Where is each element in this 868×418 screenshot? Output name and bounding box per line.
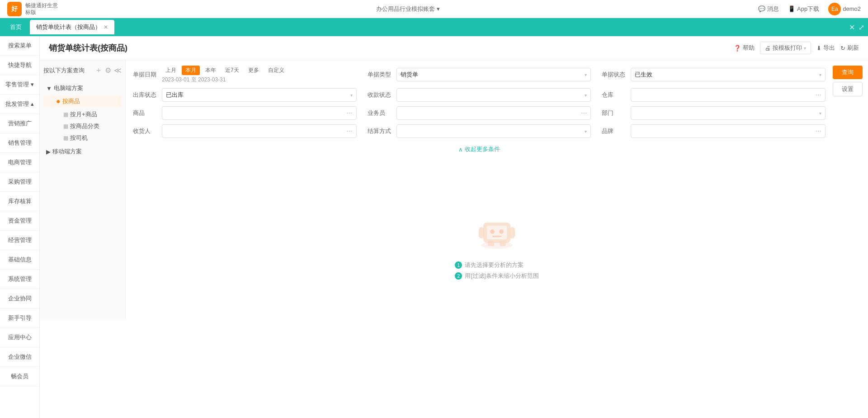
tab-close-icon[interactable]: ✕ (104, 24, 108, 30)
grid-icon-2: ▦ (63, 123, 68, 129)
tree-item-by-goods[interactable]: ● 按商品 (43, 95, 122, 108)
date-btn-this-month[interactable]: 本月 (182, 66, 200, 75)
filter-salesman: 业务员 ··· (368, 106, 591, 120)
tree-item-by-driver[interactable]: ▦ 按司机 (43, 132, 122, 144)
warehouse-dots[interactable]: ··· (816, 91, 821, 99)
step-num-1: 1 (455, 261, 462, 269)
dropdown-icon[interactable]: ▾ (437, 5, 440, 12)
print-dropdown-icon[interactable]: ▾ (804, 46, 806, 51)
sidebar-item-member[interactable]: 畅会员 (0, 367, 39, 386)
sidebar-item-inventory[interactable]: 库存核算 (0, 192, 39, 211)
add-scheme-btn[interactable]: ＋ (95, 66, 102, 75)
brand-control[interactable]: ··· (631, 124, 826, 138)
tree-group-mobile-label[interactable]: ▶ 移动端方案 (43, 146, 122, 157)
sidebar-item-finance[interactable]: 资金管理 (0, 211, 39, 231)
help-icon: ❓ (734, 45, 741, 52)
goods-dots[interactable]: ··· (346, 109, 352, 117)
tab-home[interactable]: 首页 (4, 20, 28, 34)
app-icon: 📱 (788, 5, 795, 12)
filter-area: 单据日期 上月 本月 本年 近7天 更多 自定义 (126, 60, 868, 319)
topbar-left: 好 畅捷通好生意 标版 (7, 2, 58, 16)
user-avatar-btn[interactable]: Ea demo2 (828, 3, 861, 15)
out-status-control[interactable]: 已出库 ▾ (162, 88, 357, 102)
date-btn-custom[interactable]: 自定义 (264, 66, 288, 75)
tab-close-all-btn[interactable]: ✕ (849, 23, 855, 32)
tab-maximize-btn[interactable]: ⤢ (859, 23, 864, 32)
sidebar-item-retail[interactable]: 零售管理 ▾ (0, 75, 39, 95)
sidebar-item-sales[interactable]: 销售管理 (0, 133, 39, 153)
goods-control[interactable]: ··· (162, 106, 357, 120)
sidebar-item-ecommerce[interactable]: 电商管理 (0, 153, 39, 172)
app-download-btn[interactable]: 📱 App下载 (788, 5, 819, 13)
help-btn[interactable]: ❓ 帮助 (734, 44, 755, 52)
sidebar-item-wholesale[interactable]: 批发管理 ▴ (0, 95, 39, 114)
filter-row-4: 收货人 ··· 结算方式 ▾ (133, 124, 826, 138)
filter-recv-status: 收款状态 ▾ (368, 88, 591, 102)
goods-label: 商品 (133, 109, 158, 117)
recv-status-label: 收款状态 (368, 91, 393, 99)
settle-control[interactable]: ▾ (396, 124, 591, 138)
collapse-btn[interactable]: ∧ 收起更多条件 (458, 145, 500, 153)
message-btn[interactable]: 💬 消息 (758, 5, 779, 13)
industry-label: 办公用品行业模拟账套 ▾ (376, 5, 440, 13)
doc-type-label: 单据类型 (368, 71, 393, 79)
filter-warehouse: 仓库 ··· (602, 88, 826, 102)
date-btn-this-year[interactable]: 本年 (202, 66, 220, 75)
tab-stats[interactable]: 销货单统计表（按商品） ✕ (30, 20, 114, 34)
warehouse-control[interactable]: ··· (631, 88, 826, 102)
settle-label: 结算方式 (368, 127, 393, 135)
out-status-arrow: ▾ (350, 93, 353, 98)
print-btn[interactable]: 🖨 按模板打印 ▾ (760, 42, 811, 54)
doc-type-control[interactable]: 销货单 ▾ (396, 68, 591, 81)
date-btn-last7[interactable]: 近7天 (222, 66, 243, 75)
sidebar-item-newuser[interactable]: 新手引导 (0, 309, 39, 328)
filter-recv-person: 收货人 ··· (133, 124, 357, 138)
recv-status-control[interactable]: ▾ (396, 88, 591, 102)
header-actions: ❓ 帮助 🖨 按模板打印 ▾ ⬇ 导出 ↻ 刷新 (734, 42, 859, 54)
sidebar-item-basic[interactable]: 基础信息 (0, 250, 39, 270)
dept-label: 部门 (602, 109, 627, 117)
doc-status-control[interactable]: 已生效 ▾ (631, 68, 826, 81)
sidebar-item-enterprise[interactable]: 企业协同 (0, 289, 39, 309)
logo-text: 畅捷通好生意 标版 (25, 2, 58, 15)
sidebar-item-quicknav[interactable]: 快捷导航 (0, 56, 39, 75)
query-button[interactable]: 查询 (833, 66, 863, 79)
set-button[interactable]: 设置 (833, 82, 863, 96)
refresh-btn[interactable]: ↻ 刷新 (840, 44, 859, 52)
svg-point-4 (499, 229, 504, 234)
sidebar-item-wechat[interactable]: 企业微信 (0, 347, 39, 367)
tree-collapse-icon: ▶ (46, 148, 51, 155)
filter-doc-type: 单据类型 销货单 ▾ (368, 68, 591, 81)
topbar-right: 💬 消息 📱 App下载 Ea demo2 (758, 3, 861, 15)
sidebar-item-marketing[interactable]: 营销推广 (0, 114, 39, 133)
brand-dots[interactable]: ··· (816, 127, 821, 135)
salesman-control[interactable]: ··· (396, 106, 591, 120)
sidebar-item-operations[interactable]: 经营管理 (0, 231, 39, 250)
dept-control[interactable]: ▾ (631, 106, 826, 120)
tree-item-by-month-goods[interactable]: ▦ 按月+商品 (43, 109, 122, 120)
tree-item-by-category[interactable]: ▦ 按商品分类 (43, 120, 122, 132)
filter-brand: 品牌 ··· (602, 124, 826, 138)
filter-row-1: 单据日期 上月 本月 本年 近7天 更多 自定义 (133, 66, 826, 84)
tree-group-pc-label[interactable]: ▼ 电脑端方案 (43, 82, 122, 94)
tabbar: 首页 销货单统计表（按商品） ✕ ✕ ⤢ (0, 18, 868, 36)
recv-person-dots[interactable]: ··· (346, 127, 352, 135)
home-tab-label: 首页 (10, 23, 22, 31)
brand-label: 品牌 (602, 127, 627, 135)
svg-rect-2 (487, 226, 507, 239)
filter-out-status: 出库状态 已出库 ▾ (133, 88, 357, 102)
salesman-label: 业务员 (368, 109, 393, 117)
svg-point-3 (490, 229, 495, 234)
sidebar-item-purchase[interactable]: 采购管理 (0, 172, 39, 192)
sidebar-item-search[interactable]: 搜索菜单 (0, 36, 39, 56)
collapse-panel-btn[interactable]: ≪ (114, 66, 122, 75)
recv-person-control[interactable]: ··· (162, 124, 357, 138)
filter-dept: 部门 ▾ (602, 106, 826, 120)
date-btn-last-month[interactable]: 上月 (162, 66, 180, 75)
sidebar-item-appcenter[interactable]: 应用中心 (0, 328, 39, 347)
settings-scheme-btn[interactable]: ⚙ (105, 66, 111, 75)
export-btn[interactable]: ⬇ 导出 (816, 44, 835, 52)
date-btn-more[interactable]: 更多 (245, 66, 263, 75)
sidebar-item-system[interactable]: 系统管理 (0, 270, 39, 289)
salesman-dots[interactable]: ··· (581, 109, 587, 117)
